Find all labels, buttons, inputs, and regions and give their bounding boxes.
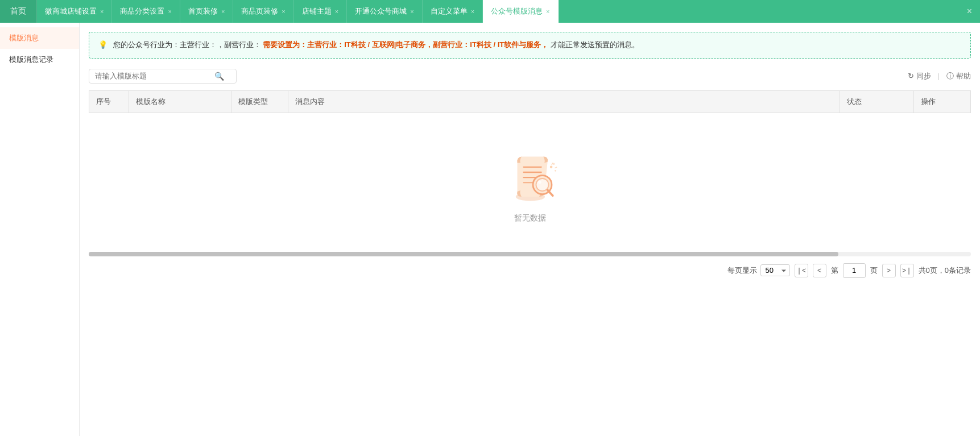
nav-home-label: 首页 <box>10 6 26 16</box>
help-label: 帮助 <box>956 71 971 81</box>
search-area[interactable]: 🔍 <box>89 69 237 84</box>
nav-close-icon[interactable]: × <box>335 8 338 15</box>
empty-state-text: 暂无数据 <box>89 213 971 223</box>
notice-bulb-icon: 💡 <box>98 40 107 49</box>
nav-close-icon[interactable]: × <box>282 8 285 15</box>
col-header-type: 模版类型 <box>231 90 288 113</box>
table-empty-row: 暂无数据 <box>89 113 971 246</box>
data-table: 序号 模版名称 模版类型 消息内容 状态 操作 <box>89 90 971 246</box>
notice-text-suffix: 才能正常发送预置的消息。 <box>551 40 639 49</box>
toolbar-right: ↻ 同步 | ⓘ 帮助 <box>908 71 971 81</box>
nav-item-menu[interactable]: 自定义菜单 × <box>423 0 483 23</box>
sidebar-item-template-msg-log[interactable]: 模版消息记录 <box>0 49 79 70</box>
svg-point-10 <box>555 170 556 172</box>
empty-state-icon <box>502 147 559 204</box>
empty-illustration <box>502 147 564 210</box>
table-header-row: 序号 模版名称 模版类型 消息内容 状态 操作 <box>89 90 971 113</box>
svg-point-6 <box>536 178 548 191</box>
nav-close-all-button[interactable]: × <box>959 6 980 16</box>
scrollbar-thumb[interactable] <box>89 252 838 256</box>
nav-item-mall[interactable]: 开通公众号商城 × <box>347 0 422 23</box>
last-page-button[interactable]: >❘ <box>900 264 914 277</box>
empty-state: 暂无数据 <box>89 113 971 246</box>
nav-close-icon[interactable]: × <box>100 8 104 15</box>
nav-item-home-decor[interactable]: 首页装修 × <box>180 0 233 23</box>
sidebar-item-template-msg[interactable]: 模版消息 <box>0 27 79 49</box>
toolbar-divider: | <box>938 72 940 80</box>
nav-label: 商品页装修 <box>241 6 278 16</box>
pagination: 每页显示 10 20 50 100 ❘< < 第 页 > >❘ 共0页，0条记录 <box>89 263 971 278</box>
horizontal-scrollbar[interactable] <box>89 252 971 256</box>
nav-close-icon[interactable]: × <box>168 8 171 15</box>
next-page-button[interactable]: > <box>882 264 896 277</box>
nav-item-home[interactable]: 首页 <box>0 0 37 23</box>
current-page-input[interactable] <box>843 263 866 278</box>
main-layout: 模版消息 模版消息记录 💡 您的公众号行业为：主营行业：，副营行业： 需要设置为… <box>0 23 980 436</box>
help-button[interactable]: ⓘ 帮助 <box>946 71 971 81</box>
col-header-seq: 序号 <box>89 90 129 113</box>
nav-item-category[interactable]: 商品分类设置 × <box>112 0 180 23</box>
sync-icon: ↻ <box>908 72 914 80</box>
prev-page-button[interactable]: < <box>813 264 826 277</box>
nav-item-theme[interactable]: 店铺主题 × <box>294 0 347 23</box>
sidebar-item-label: 模版消息 <box>9 34 39 42</box>
notice-box: 💡 您的公众号行业为：主营行业：，副营行业： 需要设置为：主营行业：IT科技 /… <box>89 32 971 59</box>
nav-label: 微商城店铺设置 <box>45 6 97 16</box>
page-label-post: 页 <box>870 265 878 276</box>
total-info: 共0页，0条记录 <box>919 265 971 276</box>
nav-close-icon[interactable]: × <box>410 8 413 15</box>
sidebar-item-label: 模版消息记录 <box>9 55 53 64</box>
svg-line-13 <box>555 167 557 168</box>
nav-label: 公众号模版消息 <box>491 6 543 16</box>
sync-label: 同步 <box>916 71 931 81</box>
svg-point-8 <box>538 180 541 184</box>
nav-label: 首页装修 <box>188 6 218 16</box>
nav-label: 自定义菜单 <box>431 6 468 16</box>
close-all-icon: × <box>967 6 972 16</box>
search-input[interactable] <box>95 72 214 80</box>
svg-point-9 <box>549 165 552 168</box>
nav-label: 商品分类设置 <box>120 6 164 16</box>
svg-line-12 <box>552 163 553 165</box>
nav-label: 开通公众号商城 <box>355 6 407 16</box>
col-header-action: 操作 <box>914 90 971 113</box>
col-header-content: 消息内容 <box>288 90 840 113</box>
notice-highlight-text: 需要设置为：主营行业：IT科技 / 互联网|电子商务，副营行业：IT科技 / I… <box>263 40 548 49</box>
nav-close-icon[interactable]: × <box>221 8 225 15</box>
col-header-status: 状态 <box>840 90 914 113</box>
nav-item-shop-settings[interactable]: 微商城店铺设置 × <box>37 0 112 23</box>
first-page-button[interactable]: ❘< <box>795 264 808 277</box>
help-icon: ⓘ <box>946 71 954 81</box>
content-area: 💡 您的公众号行业为：主营行业：，副营行业： 需要设置为：主营行业：IT科技 /… <box>80 23 980 436</box>
notice-text-prefix: 您的公众号行业为：主营行业：，副营行业： <box>113 40 261 49</box>
per-page-label: 每页显示 <box>727 265 757 276</box>
sync-button[interactable]: ↻ 同步 <box>908 71 931 81</box>
nav-close-icon[interactable]: × <box>471 8 474 15</box>
nav-item-product-decor[interactable]: 商品页装修 × <box>233 0 293 23</box>
per-page-selector: 每页显示 10 20 50 100 <box>727 264 790 276</box>
sidebar: 模版消息 模版消息记录 <box>0 23 80 436</box>
search-icon[interactable]: 🔍 <box>214 72 224 81</box>
col-header-name: 模版名称 <box>129 90 231 113</box>
per-page-select[interactable]: 10 20 50 100 <box>760 264 790 276</box>
top-nav: 首页 微商城店铺设置 × 商品分类设置 × 首页装修 × 商品页装修 × 店铺主… <box>0 0 980 23</box>
toolbar: 🔍 ↻ 同步 | ⓘ 帮助 <box>89 69 971 84</box>
svg-point-11 <box>552 163 555 165</box>
nav-close-icon[interactable]: × <box>546 8 549 15</box>
nav-item-template-msg[interactable]: 公众号模版消息 × <box>483 0 558 23</box>
page-label-pre: 第 <box>831 265 838 276</box>
nav-label: 店铺主题 <box>302 6 332 16</box>
